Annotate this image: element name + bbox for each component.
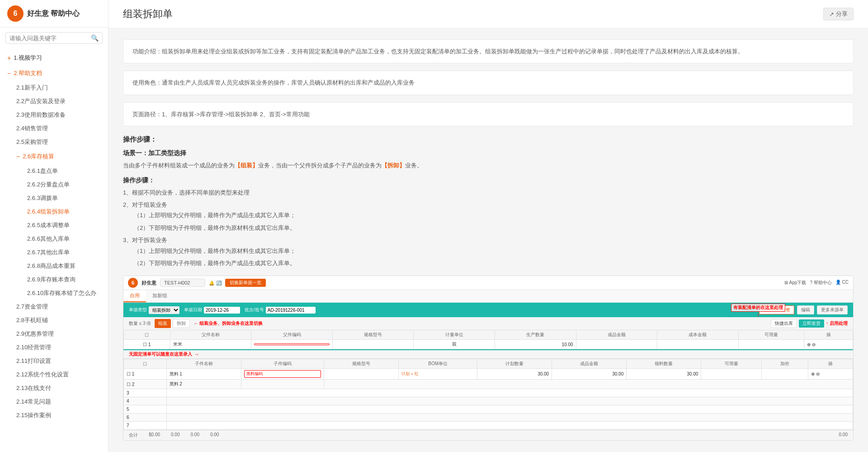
sidebar-item-cost-adjust[interactable]: 2.6.5成本调整单 — [0, 219, 108, 232]
th-parent-name: 父件名称 — [170, 330, 251, 340]
path-text: 页面路径：1、库存核算->库存管理->组装拆卸单 2、首页->常用功能 — [132, 111, 310, 118]
sidebar-item-payment-label: 2.13在线支付 — [16, 385, 51, 391]
sub-steps-list-2: （1）上部明细为父件明细，最终作为产成品生成其它入库单； （2）下部明细为子件明… — [123, 210, 854, 233]
scene1-steps-title: 操作步骤： — [123, 176, 854, 185]
total-label: 合计 — [129, 432, 138, 438]
sidebar-item-other-in[interactable]: 2.6.6其他入库单 — [0, 232, 108, 246]
btn-assembly[interactable]: 组装 — [155, 319, 171, 328]
sidebar-item-faq-label: 2.14常见问题 — [16, 398, 51, 405]
sidebar-item-docs[interactable]: − 2.帮助文档 — [0, 66, 108, 81]
logo-icon: 6 — [7, 5, 24, 22]
sidebar-item-other-out[interactable]: 2.6.7其他出库单 — [0, 246, 108, 259]
child-row-7: 7 — [124, 422, 853, 430]
ctd-num-7: 7 — [124, 422, 167, 430]
sidebar-item-inventory-label: 2.6库存核算 — [23, 152, 54, 161]
sidebar: 6 好生意 帮助中心 🔍 + 1.视频学习 − 2.帮助文档 2.1新手入门 2… — [0, 0, 108, 452]
cth-child-code: 子件编码 — [241, 359, 324, 369]
share-icon: ↗ — [829, 11, 834, 18]
sidebar-item-purchase-label: 2.5采购管理 — [16, 138, 48, 145]
td-spec — [332, 340, 414, 349]
search-input[interactable] — [9, 35, 91, 42]
sidebar-item-payment[interactable]: 2.13在线支付 — [0, 381, 108, 395]
annotation-2-text: 组装业务、拆卸业务在这里切换 — [199, 321, 263, 326]
parent-table: ☐ 父件名称 父件编码 规格型号 计量单位 生产数量 成品金额 成本金额 可用量… — [123, 330, 853, 349]
sidebar-item-data-prep[interactable]: 2.3使用前数据准备 — [0, 108, 108, 122]
app-form-area: 单据类型 组装拆卸 单据日期 批次/批号 — [123, 303, 853, 317]
app-nav-button[interactable]: 切换新单据一览 — [225, 279, 266, 287]
app-tab-self[interactable]: 自用 — [123, 290, 146, 302]
sidebar-item-stockcount[interactable]: 2.6.1盘点单 — [0, 164, 108, 178]
intro-text: 功能介绍：组装拆卸单用来处理企业组装或拆卸等加工业务，支持有固定装配清单的产品加… — [132, 48, 744, 55]
sidebar-item-newbie-label: 2.1新手入门 — [16, 84, 48, 91]
main-content: 组装拆卸单 ↗ 分享 功能介绍：组装拆卸单用来处理企业组装或拆卸等加工业务，支持… — [108, 0, 868, 452]
sidebar-item-coupon[interactable]: 2.9优惠券管理 — [0, 327, 108, 341]
form-btn-more[interactable]: 更多来源单 — [817, 305, 848, 314]
parent-code-highlight — [254, 343, 330, 345]
screenshot-container: 6 好生意 TEST-H002 🔔 🔄 切换新单据一览 ⊞ App下载 ? 帮助… — [123, 276, 854, 441]
sidebar-item-newbie[interactable]: 2.1新手入门 — [0, 81, 108, 95]
sub-steps-list-3: （1）上部明细为父件明细，最终作为原材料生成其它出库单； （2）下部明细为子件明… — [123, 246, 854, 269]
share-button[interactable]: ↗ 分享 — [823, 8, 854, 20]
sidebar-item-adjust[interactable]: 2.6.3调拨单 — [0, 191, 108, 205]
annotation-3-text: 启用处理 — [830, 321, 848, 326]
sidebar-item-print[interactable]: 2.11打印设置 — [0, 354, 108, 368]
sidebar-item-stock-query[interactable]: 2.6.9库存账本查询 — [0, 273, 108, 286]
th-spec: 规格型号 — [332, 330, 414, 340]
sidebar-item-cost-recalc[interactable]: 2.6.8商品成本重算 — [0, 259, 108, 273]
sidebar-item-partialcount[interactable]: 2.6.2分量盘点单 — [0, 178, 108, 191]
sidebar-item-ops[interactable]: 2.10经营管理 — [0, 341, 108, 354]
ctd-rest-4 — [166, 397, 853, 405]
sidebar-item-stock-error[interactable]: 2.6.10库存账本错了怎么办 — [0, 286, 108, 300]
app-icon-bell: 🔔 — [209, 281, 214, 285]
sidebar-item-finance-label: 2.7资金管理 — [16, 303, 48, 310]
form-select-type[interactable]: 组装拆卸 — [149, 306, 179, 314]
annotation-4: 无固定清单可以随意在这里录入 → — [129, 351, 848, 357]
ctd-code-1: 黑料编码 — [241, 369, 324, 380]
btn-enable[interactable]: 立即发货 — [799, 319, 824, 328]
role-block: 使用角色：通常由生产人员或库管人员完成拆装业务的操作，库管人员确认原材料的出库和… — [123, 71, 854, 95]
cth-ops: 操 — [808, 359, 853, 369]
share-label: 分享 — [836, 10, 848, 18]
form-group-date: 单据日期 — [184, 307, 240, 314]
sidebar-item-finance[interactable]: 2.7资金管理 — [0, 300, 108, 314]
sidebar-item-purchase[interactable]: 2.5采购管理 — [0, 135, 108, 149]
search-icon[interactable]: 🔍 — [91, 34, 99, 42]
ctd-check-1: ☐ 1 — [124, 369, 167, 380]
app-icon-help: ? 帮助中心 — [810, 280, 831, 286]
brand-name: 好生意 帮助中心 — [27, 9, 80, 19]
code-highlight-1: 黑料编码 — [244, 370, 321, 378]
annotation-1-box: 有装配清单的在这里处理 — [731, 304, 785, 312]
path-block: 页面路径：1、库存核算->库存管理->组装拆卸单 2、首页->常用功能 — [123, 102, 854, 126]
app-tab-new[interactable]: 加新组 — [146, 290, 174, 302]
sidebar-item-video[interactable]: + 1.视频学习 — [0, 50, 108, 66]
sidebar-item-inventory[interactable]: − 2.6库存核算 — [0, 149, 108, 164]
sidebar-item-faq[interactable]: 2.14常见问题 — [0, 395, 108, 409]
td-ops-btn: ⊕ ⊖ — [804, 340, 853, 349]
sidebar-item-assembly[interactable]: 2.6.4组装拆卸单 — [0, 205, 108, 219]
intro-block: 功能介绍：组装拆卸单用来处理企业组装或拆卸等加工业务，支持有固定装配清单的产品加… — [123, 39, 854, 63]
form-btn-edit[interactable]: 编辑 — [797, 305, 814, 314]
search-field[interactable]: 快捷出库 — [771, 319, 797, 328]
form-input-date[interactable] — [204, 307, 240, 314]
sidebar-item-sales[interactable]: 2.4销售管理 — [0, 122, 108, 135]
nav-section: + 1.视频学习 − 2.帮助文档 2.1新手入门 2.2产品安装及登录 2.3… — [0, 48, 108, 424]
sidebar-item-mobile[interactable]: 2.8手机旺铺 — [0, 314, 108, 327]
annotation-1: 有装配清单的在这里处理 ↑ — [731, 304, 785, 319]
ctd-num-5: 5 — [124, 405, 167, 414]
total-val-1: $0.00 — [149, 432, 160, 438]
sidebar-item-customization[interactable]: 2.12系统个性化设置 — [0, 368, 108, 381]
page-title: 组装拆卸单 — [123, 7, 173, 21]
form-input-num[interactable] — [266, 307, 316, 314]
ctd-rest-5 — [166, 405, 853, 414]
app-lower-table: ☐ 子件名称 子件编码 规格型号 BOM单位 计划数量 成品金额 领料数量 可用… — [123, 359, 853, 430]
child-row-1: ☐ 1 黑料 1 黑料编码 计划 = 红 30.00 30.00 30.00 — [124, 369, 853, 380]
btn-disassembly[interactable]: 拆卸 — [173, 319, 190, 328]
app-top-right: ⊞ App下载 ? 帮助中心 👤 CC — [784, 280, 849, 286]
minus-icon-docs: − — [7, 70, 11, 77]
sidebar-item-cases[interactable]: 2.15操作案例 — [0, 409, 108, 422]
sidebar-item-install[interactable]: 2.2产品安装及登录 — [0, 95, 108, 108]
type-switch-area: 组装 拆卸 — [155, 319, 190, 328]
cth-plan-amount: 成品金额 — [552, 359, 627, 369]
ctd-amount-1: 30.00 — [552, 369, 627, 380]
table-row: ☐ 1 米米 双 10.00 — [124, 340, 853, 349]
